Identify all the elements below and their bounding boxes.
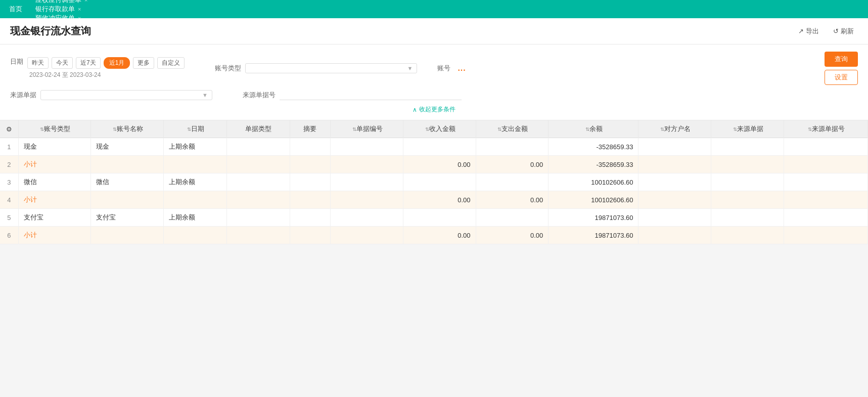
col-header-date[interactable]: ⇅日期 — [163, 120, 226, 138]
nav-tab-预收冲应收单[interactable]: 预收冲应收单× — [29, 14, 100, 18]
action-buttons: 查询 设置 — [825, 52, 858, 85]
close-icon[interactable]: × — [78, 6, 81, 12]
date-cell: 上期余额 — [163, 173, 226, 191]
col-header-doc_no[interactable]: ⇅单据编号 — [331, 120, 403, 138]
source-doc-cell — [711, 138, 784, 156]
date-option-自定义[interactable]: 自定义 — [157, 57, 185, 69]
summary-cell — [290, 138, 330, 156]
date-option-近7天[interactable]: 近7天 — [76, 57, 101, 69]
row-number: 5 — [0, 209, 18, 227]
account-type-cell: 小计 — [18, 227, 91, 244]
counterparty-cell — [638, 209, 711, 227]
col-header-source_doc_no[interactable]: ⇅来源单据号 — [784, 120, 867, 138]
query-button[interactable]: 查询 — [825, 52, 858, 67]
collapse-icon: ∧ — [413, 106, 417, 113]
source-doc-label: 来源单据 — [10, 91, 36, 100]
source-doc-no-cell — [784, 138, 867, 156]
close-icon[interactable]: × — [84, 0, 87, 3]
account-name-cell: 微信 — [91, 173, 164, 191]
income-cell: 0.00 — [403, 156, 476, 173]
row-number: 6 — [0, 227, 18, 244]
table-row: 5支付宝支付宝上期余额19871073.60 — [0, 209, 868, 227]
account-name-cell — [91, 191, 164, 209]
col-header-account_type[interactable]: ⇅账号类型 — [18, 120, 91, 138]
col-header-balance[interactable]: ⇅余额 — [549, 120, 638, 138]
balance-cell: -3528659.33 — [549, 138, 638, 156]
data-table: ⚙⇅账号类型⇅账号名称⇅日期单据类型摘要⇅单据编号⇅收入金额⇅支出金额⇅余额⇅对… — [0, 120, 868, 244]
date-option-今天[interactable]: 今天 — [52, 57, 73, 69]
source-doc-no-label: 来源单据号 — [243, 91, 276, 100]
col-header-account_name[interactable]: ⇅账号名称 — [91, 120, 164, 138]
balance-cell: -3528659.33 — [549, 156, 638, 173]
export-button[interactable]: ↗ 导出 — [794, 25, 823, 38]
date-cell — [163, 156, 226, 173]
income-cell: 0.00 — [403, 227, 476, 244]
balance-cell: 100102606.60 — [549, 173, 638, 191]
page-header: 现金银行流水查询 ↗ 导出 ↺ 刷新 — [0, 18, 868, 45]
table-header: ⚙⇅账号类型⇅账号名称⇅日期单据类型摘要⇅单据编号⇅收入金额⇅支出金额⇅余额⇅对… — [0, 120, 868, 138]
filter-row-1: 日期 昨天今天近7天近1月更多自定义 2023-02-24 至 2023-03-… — [10, 52, 858, 85]
account-type-cell: 小计 — [18, 156, 91, 173]
summary-cell — [290, 209, 330, 227]
nav-tabs: 收款单×付款单×其他收入单×应收应付调整单×银行存取款单×预收冲应收单×收款核销… — [29, 0, 100, 18]
nav-tab-银行存取款单[interactable]: 银行存取款单× — [29, 5, 100, 14]
date-option-更多[interactable]: 更多 — [133, 57, 154, 69]
source-doc-group: 来源单据 ▼ — [10, 90, 212, 100]
nav-tab-应收应付调整单[interactable]: 应收应付调整单× — [29, 0, 100, 5]
date-cell: 上期余额 — [163, 138, 226, 156]
counterparty-cell — [638, 227, 711, 244]
doc-type-cell — [226, 173, 290, 191]
source-doc-cell — [711, 209, 784, 227]
source-doc-cell — [711, 227, 784, 244]
table-row: 3微信微信上期余额100102606.60 — [0, 173, 868, 191]
counterparty-cell — [638, 173, 711, 191]
header-row: ⚙⇅账号类型⇅账号名称⇅日期单据类型摘要⇅单据编号⇅收入金额⇅支出金额⇅余额⇅对… — [0, 120, 868, 138]
doc-no-cell — [331, 138, 403, 156]
col-header-income[interactable]: ⇅收入金额 — [403, 120, 476, 138]
collapse-label: 收起更多条件 — [419, 105, 455, 114]
col-header-doc_type: 单据类型 — [226, 120, 290, 138]
page-title: 现金银行流水查询 — [10, 24, 91, 38]
refresh-button[interactable]: ↺ 刷新 — [829, 25, 858, 38]
settings-icon[interactable]: ⚙ — [6, 125, 12, 133]
source-doc-no-input[interactable] — [280, 90, 462, 100]
source-doc-cell — [711, 191, 784, 209]
col-header-expense[interactable]: ⇅支出金额 — [476, 120, 549, 138]
counterparty-cell — [638, 191, 711, 209]
table-row: 4小计0.000.00100102606.60 — [0, 191, 868, 209]
account-type-cell: 小计 — [18, 191, 91, 209]
income-cell — [403, 173, 476, 191]
expense-cell — [476, 173, 549, 191]
account-type-cell: 支付宝 — [18, 209, 91, 227]
source-doc-no-cell — [784, 209, 867, 227]
date-cell — [163, 191, 226, 209]
close-icon[interactable]: × — [78, 15, 81, 18]
source-doc-no-cell — [784, 191, 867, 209]
account-type-select[interactable]: ▼ — [245, 63, 417, 73]
col-header-counterparty[interactable]: ⇅对方户名 — [638, 120, 711, 138]
account-type-label: 账号类型 — [215, 64, 241, 73]
balance-cell: 19871073.60 — [549, 227, 638, 244]
table-row: 2小计0.000.00-3528659.33 — [0, 156, 868, 173]
export-icon: ↗ — [798, 27, 804, 35]
source-doc-select[interactable]: ▼ — [40, 90, 212, 100]
col-header-source_doc[interactable]: ⇅来源单据 — [711, 120, 784, 138]
summary-cell — [290, 156, 330, 173]
row-number: 3 — [0, 173, 18, 191]
account-name-cell: 现金 — [91, 138, 164, 156]
date-option-近1月[interactable]: 近1月 — [104, 57, 130, 69]
account-dots-button[interactable]: ... — [454, 64, 469, 73]
settings-button[interactable]: 设置 — [825, 70, 858, 85]
date-option-昨天[interactable]: 昨天 — [27, 57, 49, 69]
doc-type-cell — [226, 138, 290, 156]
account-label: 账号 — [437, 64, 450, 73]
collapse-bar[interactable]: ∧ 收起更多条件 — [10, 103, 858, 115]
account-type-cell: 现金 — [18, 138, 91, 156]
date-options-wrapper: 昨天今天近7天近1月更多自定义 2023-02-24 至 2023-03-24 — [27, 57, 185, 79]
expense-cell — [476, 209, 549, 227]
doc-no-cell — [331, 173, 403, 191]
nav-home[interactable]: 首页 — [2, 0, 29, 18]
income-cell: 0.00 — [403, 191, 476, 209]
table-row: 6小计0.000.0019871073.60 — [0, 227, 868, 244]
doc-type-cell — [226, 191, 290, 209]
